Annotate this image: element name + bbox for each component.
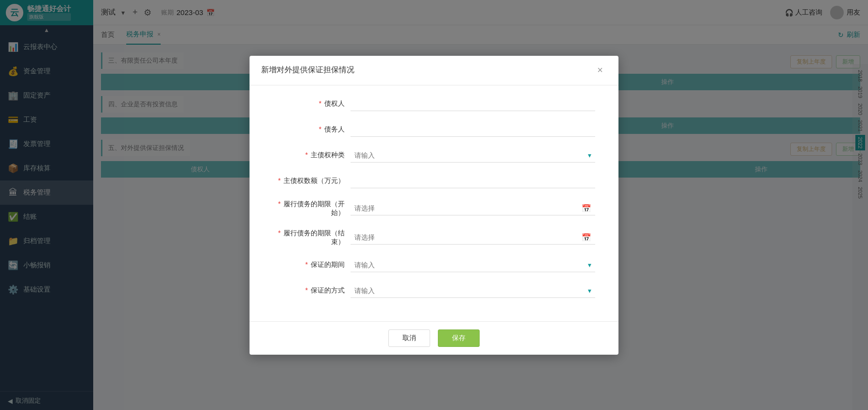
debt-type-label: * 主债权种类 <box>273 151 351 160</box>
form-row-debt-amount: * 主债权数额（万元） <box>273 174 595 188</box>
form-row-guarantee-method: * 保证的方式 ▾ <box>273 284 595 298</box>
duty-start-field: 📅 <box>351 201 595 215</box>
guarantee-method-input[interactable] <box>351 284 588 297</box>
debtor-field <box>351 123 595 137</box>
form-row-guarantee-period: * 保证的期间 ▾ <box>273 258 595 272</box>
guarantee-method-select-wrapper[interactable]: ▾ <box>351 284 595 298</box>
form-row-debt-type: * 主债权种类 ▾ <box>273 148 595 163</box>
duty-end-required: * <box>278 229 281 237</box>
form-row-duty-start: * 履行债务的期限（开始） 📅 <box>273 200 595 217</box>
duty-end-input[interactable] <box>351 230 582 244</box>
duty-start-calendar-icon[interactable]: 📅 <box>582 204 595 213</box>
debt-type-chevron-icon: ▾ <box>588 151 595 159</box>
creditor-label: * 债权人 <box>273 99 351 108</box>
guarantee-period-required: * <box>305 261 308 268</box>
guarantee-method-chevron-icon: ▾ <box>588 287 595 295</box>
modal-close-button[interactable]: × <box>593 64 607 77</box>
guarantee-period-input[interactable] <box>351 258 588 272</box>
duty-start-input[interactable] <box>351 201 582 215</box>
creditor-input[interactable] <box>351 97 595 111</box>
duty-start-date-wrapper[interactable]: 📅 <box>351 201 595 215</box>
guarantee-period-label: * 保证的期间 <box>273 261 351 269</box>
debt-type-input[interactable] <box>351 148 588 162</box>
creditor-required: * <box>319 99 321 107</box>
guarantee-period-select-wrapper[interactable]: ▾ <box>351 258 595 272</box>
debt-amount-field <box>351 174 595 188</box>
modal-header: 新增对外提供保证担保情况 × <box>250 56 618 85</box>
form-row-creditor: * 债权人 <box>273 97 595 111</box>
save-button[interactable]: 保存 <box>438 329 480 347</box>
guarantee-period-field: ▾ <box>351 258 595 272</box>
debt-type-required: * <box>305 151 308 159</box>
debtor-input[interactable] <box>351 123 595 137</box>
duty-end-date-wrapper[interactable]: 📅 <box>351 230 595 245</box>
debtor-label: * 债务人 <box>273 125 351 134</box>
modal-title: 新增对外提供保证担保情况 <box>261 65 354 75</box>
duty-start-label: * 履行债务的期限（开始） <box>273 200 351 217</box>
debtor-required: * <box>319 125 321 133</box>
form-row-debtor: * 债务人 <box>273 123 595 137</box>
duty-end-label: * 履行债务的期限（结束） <box>273 229 351 246</box>
debt-type-field: ▾ <box>351 148 595 163</box>
debt-type-select-wrapper[interactable]: ▾ <box>351 148 595 163</box>
duty-end-calendar-icon[interactable]: 📅 <box>582 233 595 242</box>
duty-start-required: * <box>278 200 281 208</box>
guarantee-method-field: ▾ <box>351 284 595 298</box>
duty-end-field: 📅 <box>351 230 595 245</box>
debt-amount-input[interactable] <box>351 174 595 188</box>
modal-overlay[interactable]: 新增对外提供保证担保情况 × * 债权人 * 债务人 <box>0 0 868 410</box>
creditor-field <box>351 97 595 111</box>
cancel-button[interactable]: 取消 <box>388 329 430 347</box>
form-row-duty-end: * 履行债务的期限（结束） 📅 <box>273 229 595 246</box>
modal: 新增对外提供保证担保情况 × * 债权人 * 债务人 <box>250 56 618 355</box>
modal-body: * 债权人 * 债务人 * <box>250 85 618 321</box>
guarantee-method-required: * <box>305 286 308 294</box>
modal-footer: 取消 保存 <box>250 321 618 355</box>
guarantee-period-chevron-icon: ▾ <box>588 261 595 269</box>
debt-amount-label: * 主债权数额（万元） <box>273 177 351 185</box>
debt-amount-required: * <box>278 177 281 184</box>
guarantee-method-label: * 保证的方式 <box>273 286 351 295</box>
